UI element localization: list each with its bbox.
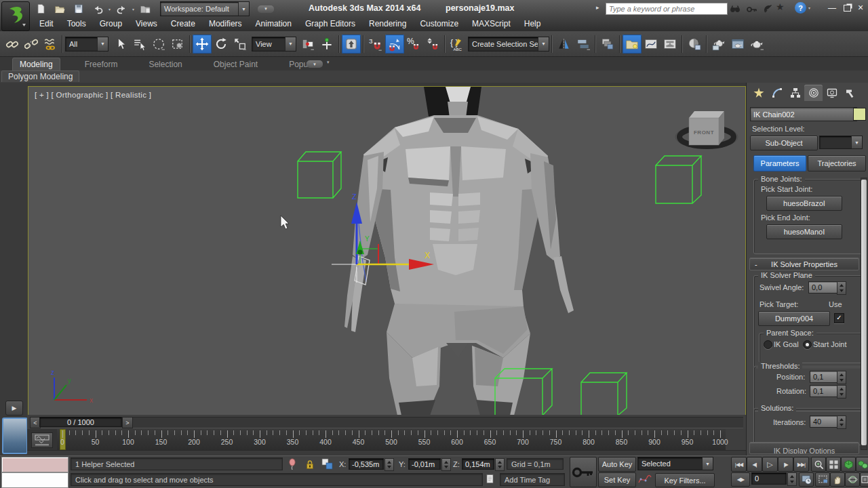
manage-layers-button[interactable] bbox=[598, 35, 617, 54]
bind-to-space-warp-button[interactable] bbox=[41, 35, 60, 54]
redo-dropdown[interactable]: ▾ bbox=[132, 7, 134, 12]
spinner-down-icon[interactable] bbox=[840, 289, 844, 292]
set-key-button[interactable]: Set Key bbox=[598, 472, 636, 487]
maxscript-mini-listener-white[interactable] bbox=[1, 472, 68, 488]
y-coordinate-spinner[interactable] bbox=[441, 458, 451, 471]
add-time-tag-field[interactable]: Add Time Tag bbox=[500, 473, 565, 486]
ribbon-tab-modeling[interactable]: Modeling bbox=[12, 58, 60, 70]
reference-coordinate-combo[interactable]: View ▼ bbox=[252, 37, 296, 52]
object-name-field[interactable]: IK Chain002 bbox=[750, 107, 857, 121]
spinner-down-icon[interactable] bbox=[790, 481, 794, 483]
field-of-view-button[interactable] bbox=[815, 472, 830, 487]
use-target-checkbox[interactable]: ✓ bbox=[834, 313, 844, 323]
isolate-selection-button[interactable] bbox=[288, 458, 297, 472]
align-button[interactable] bbox=[574, 35, 593, 54]
maximize-viewport-toggle[interactable] bbox=[860, 472, 868, 487]
swivel-angle-field[interactable]: 0,0 bbox=[808, 281, 841, 293]
spinner-up-icon[interactable] bbox=[840, 418, 844, 421]
keyboard-shortcut-override-button[interactable] bbox=[342, 35, 361, 54]
select-and-move-button[interactable] bbox=[193, 35, 212, 54]
panel-scrollbar-thumb[interactable] bbox=[861, 180, 867, 445]
tab-create[interactable] bbox=[749, 85, 768, 101]
time-slider-handle[interactable]: 0 / 1000 bbox=[39, 417, 122, 427]
viewport-label[interactable]: [ + ] [ Orthographic ] [ Realistic ] bbox=[35, 91, 151, 99]
time-configuration-button[interactable] bbox=[799, 472, 814, 487]
ik-goal-radio[interactable] bbox=[764, 340, 772, 349]
ribbon-minimize-button[interactable]: ▼ bbox=[307, 60, 323, 68]
pick-target-button[interactable]: Dummy004 bbox=[758, 311, 830, 326]
x-coordinate-field[interactable]: -0,535m bbox=[349, 458, 384, 470]
viewport[interactable]: X Z Y FRONT z x bbox=[28, 86, 746, 416]
reference-coordinate-arrow[interactable]: ▼ bbox=[285, 37, 296, 51]
menu-animation[interactable]: Animation bbox=[249, 17, 298, 30]
spinner-up-icon[interactable] bbox=[444, 461, 448, 464]
z-coordinate-field[interactable]: 0,154m bbox=[462, 458, 494, 470]
snaps-toggle-button[interactable]: 3 bbox=[366, 35, 385, 54]
workspace-flyout-button[interactable]: ▼ bbox=[258, 5, 274, 13]
percent-snap-toggle-button[interactable]: % bbox=[404, 35, 423, 54]
search-button[interactable] bbox=[727, 2, 743, 16]
app-menu-button[interactable] bbox=[1, 1, 30, 31]
menu-help[interactable]: Help bbox=[517, 17, 548, 30]
ribbon-tab-selection[interactable]: Selection bbox=[142, 58, 189, 70]
ribbon-tab-object-paint[interactable]: Object Paint bbox=[207, 58, 264, 70]
zoom-extents-all-button[interactable] bbox=[856, 457, 868, 472]
zoom-mode-button[interactable] bbox=[811, 457, 826, 472]
select-by-name-button[interactable] bbox=[130, 35, 149, 54]
pick-start-joint-button[interactable]: huesoBrazoI bbox=[766, 196, 842, 211]
rollout-collapse-icon[interactable]: - bbox=[755, 260, 757, 268]
menu-customize[interactable]: Customize bbox=[413, 17, 465, 30]
ik-solver-properties-rollout[interactable]: - IK Solver Properties bbox=[749, 258, 859, 270]
edit-named-selection-sets-button[interactable]: { }ABC bbox=[448, 35, 467, 54]
zoom-all-button[interactable] bbox=[826, 457, 841, 472]
rendered-frame-window-button[interactable] bbox=[728, 35, 747, 54]
maxscript-mini-listener-pink[interactable] bbox=[1, 457, 68, 472]
z-coordinate-spinner[interactable] bbox=[495, 458, 505, 471]
spinner-up-icon[interactable] bbox=[840, 388, 844, 390]
viewcube[interactable]: FRONT bbox=[675, 111, 738, 148]
current-frame-field[interactable]: 0 bbox=[751, 472, 787, 485]
use-pivot-point-button[interactable] bbox=[298, 35, 317, 54]
sub-object-level-combo[interactable]: ▼ bbox=[819, 136, 863, 149]
spinner-snap-toggle-button[interactable] bbox=[423, 35, 442, 54]
subscription-button[interactable] bbox=[743, 2, 760, 16]
mini-curve-editor-button[interactable] bbox=[31, 432, 53, 448]
tab-display[interactable] bbox=[823, 85, 841, 101]
trajectories-tab-button[interactable]: Trajectories bbox=[808, 155, 866, 171]
ribbon-panel-polygon-modeling[interactable]: Polygon Modeling bbox=[1, 70, 79, 82]
sub-object-level-arrow[interactable]: ▼ bbox=[851, 136, 862, 148]
open-file-button[interactable] bbox=[52, 2, 68, 16]
spinner-down-icon[interactable] bbox=[444, 466, 448, 468]
close-button[interactable]: × bbox=[853, 2, 868, 13]
parameters-tab-button[interactable]: Parameters bbox=[753, 155, 806, 171]
position-threshold-spinner[interactable] bbox=[837, 371, 846, 384]
spinner-up-icon[interactable] bbox=[387, 461, 391, 464]
go-to-end-button[interactable]: ▶▶| bbox=[793, 457, 809, 472]
spinner-down-icon[interactable] bbox=[840, 379, 844, 382]
select-and-rotate-button[interactable] bbox=[212, 35, 231, 54]
selection-lock-toggle[interactable] bbox=[304, 459, 315, 471]
key-filter-mode-arrow[interactable]: ▼ bbox=[702, 458, 713, 470]
schematic-view-button[interactable] bbox=[660, 35, 679, 54]
key-mode-toggle-button[interactable]: ◀▶ bbox=[731, 472, 750, 487]
tab-utilities[interactable] bbox=[841, 85, 859, 101]
workspace-dropdown-arrow[interactable]: ▼ bbox=[238, 2, 249, 16]
start-joint-radio[interactable] bbox=[803, 340, 812, 349]
workspace-selector[interactable]: Workspace: Default ▼ bbox=[160, 1, 250, 16]
current-frame-spinner[interactable] bbox=[787, 472, 797, 486]
pick-end-joint-button[interactable]: huesoManoI bbox=[766, 224, 842, 239]
tab-motion[interactable] bbox=[804, 85, 823, 101]
expand-tray-button[interactable]: ▶ bbox=[5, 401, 23, 415]
menu-rendering[interactable]: Rendering bbox=[362, 17, 413, 30]
time-slider-next-button[interactable]: > bbox=[122, 417, 133, 428]
viewport-layout-tab[interactable] bbox=[2, 418, 28, 454]
menu-modifiers[interactable]: Modifiers bbox=[202, 17, 249, 30]
swivel-angle-spinner[interactable] bbox=[837, 281, 846, 295]
undo-dropdown[interactable]: ▾ bbox=[108, 7, 111, 12]
orbit-view-button[interactable] bbox=[845, 472, 860, 487]
favorites-button[interactable]: ★ bbox=[776, 1, 785, 12]
next-frame-button[interactable]: |▶ bbox=[778, 457, 793, 472]
timeline-ruler[interactable]: 0501001502002503003504004505005506006507… bbox=[57, 429, 746, 450]
mirror-button[interactable] bbox=[555, 35, 574, 54]
selection-filter-combo[interactable]: All ▼ bbox=[65, 37, 108, 52]
